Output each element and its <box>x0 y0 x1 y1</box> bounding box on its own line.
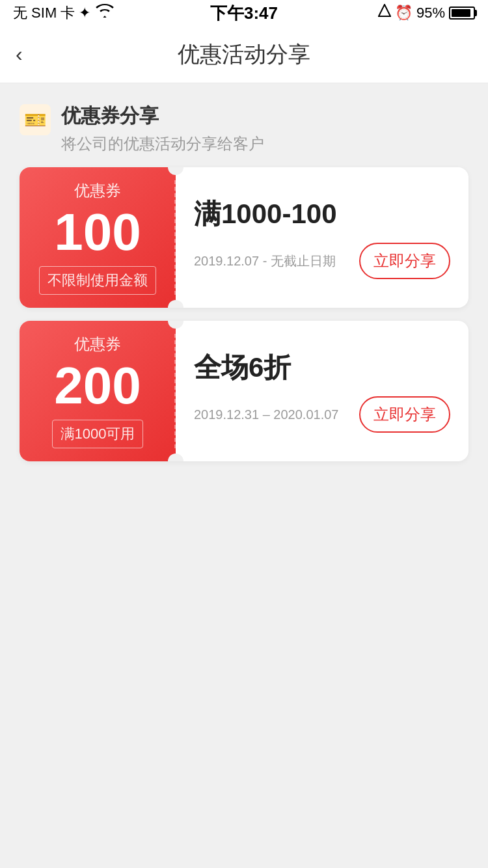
coupon-card-2: 优惠券 200 满1000可用 全场6折 2019.12.31 – 2020.0… <box>20 321 468 461</box>
coupon-condition-1: 不限制使用金额 <box>39 266 156 295</box>
coupon-left-1: 优惠券 100 不限制使用金额 <box>20 167 176 308</box>
bottom-area <box>0 461 488 722</box>
coupon-left-2: 优惠券 200 满1000可用 <box>20 321 176 461</box>
battery-percent: 95% <box>416 5 445 21</box>
coupon-amount-2: 200 <box>54 360 141 412</box>
coupon-name-2: 全场6折 <box>194 349 450 386</box>
location-icon <box>378 4 391 22</box>
share-button-1[interactable]: 立即分享 <box>359 243 450 279</box>
coupon-condition-2: 满1000可用 <box>52 420 144 448</box>
wifi-icon <box>96 4 114 22</box>
coupon-amount-1: 100 <box>54 206 141 258</box>
status-left: 无 SIM 卡 ✦ <box>13 3 114 23</box>
coupon-list: 优惠券 100 不限制使用金额 满1000-100 2019.12.07 - 无… <box>0 167 488 461</box>
share-button-2[interactable]: 立即分享 <box>359 396 450 433</box>
coupon-divider-1 <box>174 180 176 295</box>
battery-icon <box>449 7 475 20</box>
section-text: 优惠券分享 将公司的优惠活动分享给客户 <box>61 103 264 154</box>
coupon-date-1: 2019.12.07 - 无截止日期 <box>194 252 353 270</box>
section-icon: 🎫 <box>20 104 51 135</box>
alarm-icon: ⏰ <box>395 5 413 21</box>
coupon-name-1: 满1000-100 <box>194 196 450 232</box>
section-subtitle: 将公司的优惠活动分享给客户 <box>61 133 264 154</box>
coupon-divider-2 <box>174 334 176 448</box>
coupon-bottom-row-1: 2019.12.07 - 无截止日期 立即分享 <box>194 243 450 279</box>
coupon-right-2: 全场6折 2019.12.31 – 2020.01.07 立即分享 <box>176 321 468 461</box>
nav-bar: ‹ 优惠活动分享 <box>0 26 488 83</box>
status-time: 下午3:47 <box>210 2 278 25</box>
coupon-type-1: 优惠券 <box>74 180 121 201</box>
back-button[interactable]: ‹ <box>16 42 23 66</box>
page-title: 优惠活动分享 <box>178 40 310 70</box>
coupon-right-1: 满1000-100 2019.12.07 - 无截止日期 立即分享 <box>176 167 468 308</box>
coupon-card-1: 优惠券 100 不限制使用金额 满1000-100 2019.12.07 - 无… <box>20 167 468 308</box>
coupon-type-2: 优惠券 <box>74 334 121 355</box>
section-header: 🎫 优惠券分享 将公司的优惠活动分享给客户 <box>0 83 488 167</box>
status-right: ⏰ 95% <box>378 4 475 22</box>
coupon-bottom-row-2: 2019.12.31 – 2020.01.07 立即分享 <box>194 396 450 433</box>
section-title: 优惠券分享 <box>61 103 264 129</box>
coupon-date-2: 2019.12.31 – 2020.01.07 <box>194 407 353 422</box>
status-bar: 无 SIM 卡 ✦ 下午3:47 ⏰ 95% <box>0 0 488 26</box>
sim-label: 无 SIM 卡 ✦ <box>13 3 90 23</box>
